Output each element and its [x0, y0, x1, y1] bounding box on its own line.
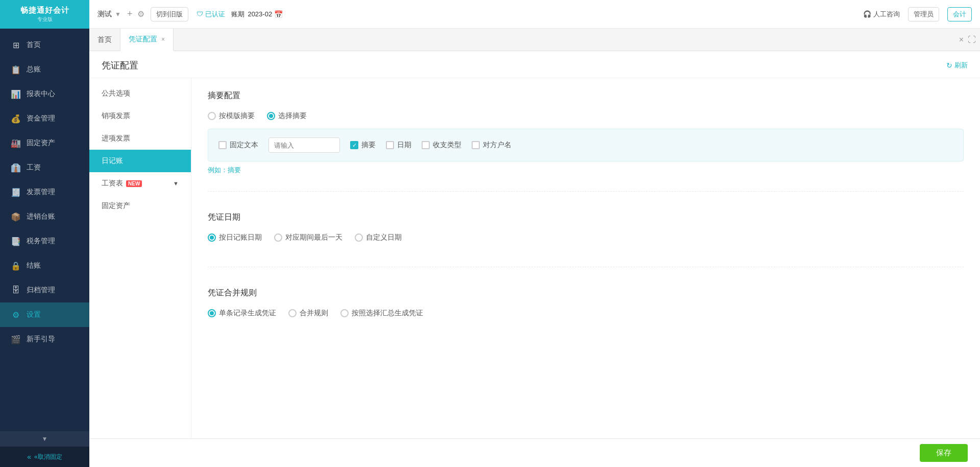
left-nav: 公共选项销项发票进项发票日记账工资表NEW▼固定资产 — [89, 78, 191, 467]
date-radio-period-last[interactable]: 对应期间最后一天 — [274, 233, 342, 242]
sidebar-item-ledger[interactable]: 📋 总账 — [0, 57, 89, 82]
left-nav-item-journal[interactable]: 日记账 — [89, 150, 191, 172]
summary-checkbox[interactable] — [350, 141, 358, 149]
tab-bar-expand-button[interactable]: ⛶ — [968, 35, 976, 44]
sidebar-item-inventory[interactable]: 📦 进销台账 — [0, 204, 89, 229]
fixed-text-checkbox[interactable] — [218, 141, 227, 149]
sidebar-item-reports[interactable]: 📊 报表中心 — [0, 82, 89, 106]
sidebar-item-home[interactable]: ⊞ 首页 — [0, 33, 89, 57]
sidebar-label-invoice: 发票管理 — [27, 188, 55, 197]
fixed_assets-icon: 🏭 — [10, 137, 21, 149]
sidebar-item-closing[interactable]: 🔒 结账 — [0, 253, 89, 278]
tab-voucher-config[interactable]: 凭证配置 × — [120, 29, 174, 51]
date-radio-journal[interactable]: 按日记账日期 — [208, 233, 262, 242]
radio-custom-circle — [355, 233, 363, 242]
cancel-pin-button[interactable]: « «取消固定 — [0, 447, 89, 467]
radio-summary-circle — [340, 309, 349, 317]
radio-period-last-circle — [274, 233, 282, 242]
tax-icon: 📑 — [10, 236, 21, 247]
refresh-icon: ↻ — [946, 61, 952, 69]
tab-home[interactable]: 首页 — [89, 29, 120, 51]
sidebar-item-payroll[interactable]: 👔 工资 — [0, 155, 89, 180]
switch-old-version-button[interactable]: 切到旧版 — [151, 7, 188, 21]
sidebar-label-payroll: 工资 — [27, 163, 41, 172]
summary-radio-select[interactable]: 选择摘要 — [267, 111, 307, 121]
app-logo[interactable]: 畅捷通好会计 专业版 — [0, 0, 89, 29]
company-dropdown-icon[interactable]: ▼ — [115, 11, 121, 18]
new-badge-salary_table: NEW — [126, 180, 142, 187]
sidebar-item-invoice[interactable]: 🧾 发票管理 — [0, 180, 89, 204]
radio-select-label: 选择摘要 — [278, 111, 307, 121]
merge-radio-rule[interactable]: 合并规则 — [288, 309, 328, 318]
cancel-pin-label: «取消固定 — [34, 453, 62, 461]
closing-icon: 🔒 — [10, 260, 21, 271]
main-content: 凭证配置 ↻ 刷新 公共选项销项发票进项发票日记账工资表NEW▼固定资产 摘要配… — [89, 51, 980, 467]
paytype-check-option[interactable]: 收支类型 — [422, 141, 461, 150]
refresh-button[interactable]: ↻ 刷新 — [946, 61, 968, 70]
counterpart-checkbox[interactable] — [472, 141, 480, 149]
tab-bar-close-button[interactable]: × — [959, 35, 964, 44]
left-nav-item-salary_table[interactable]: 工资表NEW▼ — [89, 172, 191, 195]
sidebar-label-guide: 新手引导 — [27, 335, 55, 344]
left-nav-item-fixed_assets[interactable]: 固定资产 — [89, 195, 191, 217]
radio-rule-label: 合并规则 — [300, 309, 328, 318]
summary-radio-template[interactable]: 按模版摘要 — [208, 111, 255, 121]
manager-button[interactable]: 管理员 — [908, 7, 939, 21]
merge-radio-summary[interactable]: 按照选择汇总生成凭证 — [340, 309, 423, 318]
sidebar-item-fixed_assets[interactable]: 🏭 固定资产 — [0, 131, 89, 155]
page-title: 凭证配置 — [102, 59, 138, 72]
inventory-icon: 📦 — [10, 211, 21, 222]
sidebar-label-closing: 结账 — [27, 261, 41, 270]
refresh-label: 刷新 — [954, 61, 968, 70]
left-nav-label-purchase_invoice: 进项发票 — [102, 134, 130, 143]
left-nav-item-sales_invoice[interactable]: 销项发票 — [89, 105, 191, 127]
app-name: 畅捷通好会计 — [20, 6, 69, 15]
summary-options-box: 固定文本 摘要 日期 收支类型 — [208, 129, 964, 161]
date-check-option[interactable]: 日期 — [386, 141, 411, 150]
radio-select-circle — [267, 112, 275, 120]
add-company-icon[interactable]: + — [127, 9, 133, 19]
sidebar-label-funds: 资金管理 — [27, 114, 55, 123]
settings-gear-icon[interactable]: ⚙ — [137, 9, 144, 19]
calendar-icon[interactable]: 📅 — [274, 10, 283, 18]
radio-template-label: 按模版摘要 — [219, 111, 255, 121]
accountant-button[interactable]: 会计 — [947, 7, 972, 21]
certified-text: 已认证 — [205, 10, 225, 19]
tab-close-icon[interactable]: × — [161, 36, 165, 43]
date-checkbox[interactable] — [386, 141, 394, 149]
date-radio-group: 按日记账日期 对应期间最后一天 自定义日期 — [208, 233, 964, 242]
home-icon: ⊞ — [10, 39, 21, 51]
sidebar-item-guide[interactable]: 🎬 新手引导 — [0, 327, 89, 352]
topbar: 测试 ▼ + ⚙ 切到旧版 🛡 已认证 账期 2023-02 📅 🎧 人工咨询 … — [89, 0, 980, 29]
left-nav-label-salary_table: 工资表 — [102, 179, 123, 188]
app-edition: 专业版 — [37, 16, 53, 23]
period-label: 账期 — [231, 10, 244, 19]
fixed-text-option[interactable]: 固定文本 — [218, 141, 258, 150]
counterpart-check-option[interactable]: 对方户名 — [472, 141, 511, 150]
paytype-checkbox[interactable] — [422, 141, 430, 149]
right-content: 摘要配置 按模版摘要 选择摘要 — [191, 78, 980, 467]
sidebar-nav: ⊞ 首页 📋 总账 📊 报表中心 💰 资金管理 🏭 固定资产 👔 工资 🧾 发票… — [0, 29, 89, 431]
merge-radio-single[interactable]: 单条记录生成凭证 — [208, 309, 276, 318]
fixed-text-label: 固定文本 — [230, 141, 258, 150]
example-text: 例如：摘要 — [208, 166, 964, 175]
radio-template-circle — [208, 112, 216, 120]
sidebar-item-funds[interactable]: 💰 资金管理 — [0, 106, 89, 131]
consult-button[interactable]: 🎧 人工咨询 — [863, 10, 900, 19]
save-button[interactable]: 保存 — [920, 444, 968, 462]
left-arrow-icon: « — [27, 453, 31, 461]
left-nav-label-sales_invoice: 销项发票 — [102, 111, 130, 121]
left-nav-item-public[interactable]: 公共选项 — [89, 82, 191, 105]
left-nav-item-purchase_invoice[interactable]: 进项发票 — [89, 127, 191, 150]
sidebar-item-tax[interactable]: 📑 税务管理 — [0, 229, 89, 253]
sidebar-scroll-down[interactable]: ▼ — [0, 431, 89, 447]
sidebar-item-settings[interactable]: ⚙ 设置 — [0, 302, 89, 327]
fixed-text-input[interactable] — [268, 137, 340, 153]
date-radio-custom[interactable]: 自定义日期 — [355, 233, 402, 242]
sidebar-item-archive[interactable]: 🗄 归档管理 — [0, 278, 89, 302]
date-section: 凭证日期 按日记账日期 对应期间最后一天 自定义日期 — [208, 212, 964, 267]
sidebar: 畅捷通好会计 专业版 ⊞ 首页 📋 总账 📊 报表中心 💰 资金管理 🏭 固定资… — [0, 0, 89, 467]
paytype-check-label: 收支类型 — [433, 141, 461, 150]
sidebar-label-settings: 设置 — [27, 310, 41, 319]
summary-check-option[interactable]: 摘要 — [350, 141, 376, 150]
